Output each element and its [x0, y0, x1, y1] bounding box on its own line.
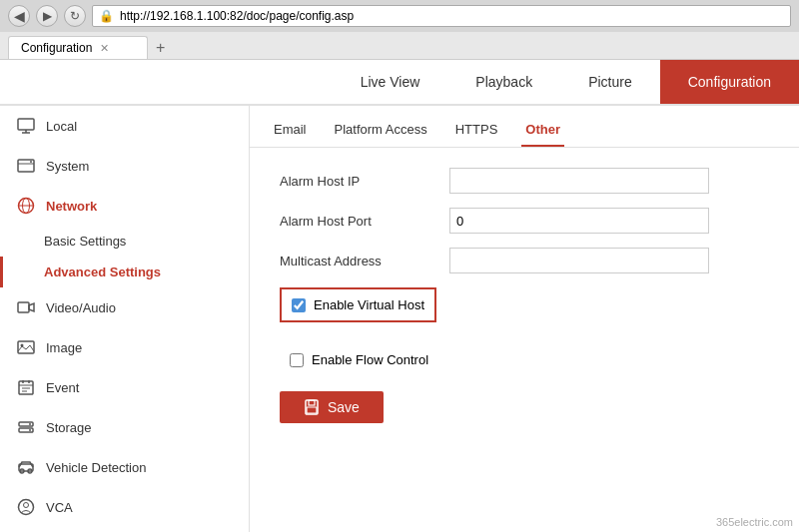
nav-playback[interactable]: Playback — [447, 60, 560, 104]
svg-point-5 — [30, 161, 32, 163]
tab-email[interactable]: Email — [270, 114, 311, 147]
nav-configuration[interactable]: Configuration — [660, 60, 799, 104]
sidebar-label-video-audio: Video/Audio — [46, 300, 116, 315]
content-area: Email Platform Access HTTPS Other Alarm … — [250, 106, 799, 532]
svg-marker-10 — [29, 303, 34, 311]
vca-icon — [16, 497, 36, 517]
alarm-host-port-row: Alarm Host Port — [280, 208, 769, 234]
system-icon — [16, 156, 36, 176]
sidebar-label-system: System — [46, 159, 89, 174]
event-icon — [16, 377, 36, 397]
sidebar-item-vehicle-detection[interactable]: Vehicle Detection — [0, 447, 249, 487]
tab-https[interactable]: HTTPS — [451, 114, 502, 147]
app: Live View Playback Picture Configuration… — [0, 60, 799, 532]
enable-virtual-host-row: Enable Virtual Host — [280, 287, 436, 322]
sidebar-sub-basic-settings[interactable]: Basic Settings — [0, 226, 249, 257]
nav-picture[interactable]: Picture — [560, 60, 660, 104]
sidebar-sub-advanced-settings[interactable]: Advanced Settings — [0, 257, 249, 287]
enable-flow-control-row: Enable Flow Control — [280, 344, 769, 375]
save-button[interactable]: Save — [280, 391, 384, 423]
svg-rect-9 — [18, 302, 29, 312]
tab-other[interactable]: Other — [521, 114, 564, 147]
enable-virtual-host-label: Enable Virtual Host — [314, 297, 424, 312]
sidebar-label-image: Image — [46, 340, 82, 355]
form-area: Alarm Host IP Alarm Host Port Multicast … — [250, 148, 799, 443]
alarm-host-ip-input[interactable] — [449, 168, 709, 194]
main-content: Local System Network Basic Settings Adva… — [0, 106, 799, 532]
svg-point-22 — [29, 429, 31, 431]
sidebar-label-event: Event — [46, 380, 79, 395]
tab-title: Configuration — [21, 41, 92, 55]
monitor-icon — [16, 116, 36, 136]
sidebar-item-event[interactable]: Event — [0, 367, 249, 407]
sidebar-item-local[interactable]: Local — [0, 106, 249, 146]
image-icon — [16, 337, 36, 357]
enable-flow-control-label: Enable Flow Control — [312, 352, 428, 367]
back-button[interactable]: ◀ — [8, 5, 30, 27]
watermark: 365electric.com — [716, 516, 793, 528]
forward-button[interactable]: ▶ — [36, 5, 58, 27]
video-icon — [16, 297, 36, 317]
sidebar-item-storage[interactable]: Storage — [0, 407, 249, 447]
browser-tab[interactable]: Configuration ✕ — [8, 36, 148, 59]
url-text: http://192.168.1.100:82/doc/page/config.… — [120, 9, 354, 23]
alarm-host-ip-label: Alarm Host IP — [280, 174, 439, 189]
sidebar-label-vehicle-detection: Vehicle Detection — [46, 460, 146, 475]
tab-platform-access[interactable]: Platform Access — [331, 114, 431, 147]
vehicle-icon — [16, 457, 36, 477]
top-nav: Live View Playback Picture Configuration — [0, 60, 799, 106]
sidebar-item-system[interactable]: System — [0, 146, 249, 186]
sidebar: Local System Network Basic Settings Adva… — [0, 106, 250, 532]
save-label: Save — [328, 399, 360, 415]
sidebar-item-video-audio[interactable]: Video/Audio — [0, 287, 249, 327]
enable-virtual-host-checkbox[interactable] — [292, 298, 306, 312]
refresh-button[interactable]: ↻ — [64, 5, 86, 27]
storage-icon — [16, 417, 36, 437]
multicast-address-row: Multicast Address — [280, 248, 769, 273]
svg-rect-30 — [307, 407, 317, 413]
sub-tabs: Email Platform Access HTTPS Other — [250, 106, 799, 148]
svg-point-27 — [24, 503, 29, 508]
svg-rect-0 — [18, 119, 34, 130]
multicast-address-input[interactable] — [449, 248, 709, 273]
tab-bar: Configuration ✕ + — [0, 32, 799, 59]
sidebar-label-local: Local — [46, 119, 77, 134]
sidebar-label-network: Network — [46, 199, 97, 214]
address-bar[interactable]: 🔒 http://192.168.1.100:82/doc/page/confi… — [92, 5, 791, 27]
alarm-host-port-input[interactable] — [449, 208, 709, 234]
save-icon — [304, 399, 320, 415]
sidebar-label-storage: Storage — [46, 420, 92, 435]
browser-chrome: ◀ ▶ ↻ 🔒 http://192.168.1.100:82/doc/page… — [0, 0, 799, 60]
new-tab-button[interactable]: + — [150, 37, 171, 59]
alarm-host-ip-row: Alarm Host IP — [280, 168, 769, 194]
globe-icon — [16, 196, 36, 216]
enable-flow-control-checkbox[interactable] — [290, 353, 304, 367]
browser-toolbar: ◀ ▶ ↻ 🔒 http://192.168.1.100:82/doc/page… — [0, 0, 799, 32]
multicast-address-label: Multicast Address — [280, 254, 439, 268]
sidebar-item-network[interactable]: Network — [0, 186, 249, 226]
sidebar-label-vca: VCA — [46, 500, 73, 515]
nav-live-view[interactable]: Live View — [333, 60, 448, 104]
sidebar-item-vca[interactable]: VCA — [0, 487, 249, 527]
svg-point-21 — [29, 423, 31, 425]
sidebar-item-image[interactable]: Image — [0, 327, 249, 367]
svg-point-12 — [21, 344, 24, 347]
tab-close-button[interactable]: ✕ — [100, 42, 109, 55]
alarm-host-port-label: Alarm Host Port — [280, 214, 439, 229]
